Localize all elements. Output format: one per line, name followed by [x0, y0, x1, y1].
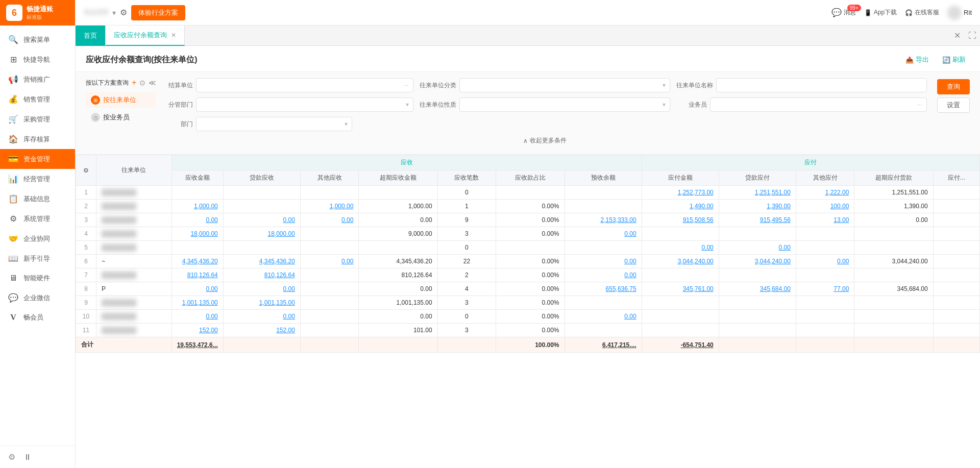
cell-link[interactable]: 1,000.00 [194, 203, 218, 210]
cell-extra [933, 186, 979, 200]
scheme-by-salesperson[interactable]: ◷ 按业务员 [86, 110, 156, 125]
set-btn[interactable]: 设置 [937, 97, 970, 113]
tab-home[interactable]: 首页 [76, 26, 106, 46]
cell-link[interactable]: 0.00 [283, 216, 295, 224]
cell-link[interactable]: 1,390.00 [767, 203, 791, 210]
cell-link[interactable]: 1,222.00 [825, 189, 849, 196]
user-menu[interactable]: Rit [947, 6, 972, 20]
cell-link[interactable]: 345,761.00 [683, 285, 714, 292]
cell-link[interactable]: 0.00 [624, 258, 636, 265]
cell-link[interactable]: 655,636.75 [606, 285, 636, 292]
sidebar-item-sales[interactable]: 💰 销售管理 [0, 89, 75, 109]
sidebar-item-wechat[interactable]: 💬 企业微信 [0, 288, 75, 308]
cell-link[interactable]: 1,251,551.00 [755, 189, 791, 196]
custname-input[interactable] [716, 78, 927, 92]
cell-link[interactable]: 3,044,240.00 [755, 258, 791, 265]
cell-link[interactable]: 4,345,436.20 [259, 258, 295, 265]
cell-link[interactable]: 1,001,135.00 [259, 299, 295, 306]
settlement-input[interactable]: ··· [196, 78, 413, 92]
trial-btn[interactable]: 体验行业方案 [131, 5, 185, 20]
cell-link[interactable]: 1,252,773.00 [678, 189, 714, 196]
cell-link[interactable]: 0.00 [701, 244, 713, 251]
query-btn[interactable]: 查询 [937, 79, 970, 94]
set-scheme-btn[interactable]: ⊙ [139, 79, 145, 87]
cell-link[interactable]: 915,495.56 [760, 216, 791, 224]
cell-link[interactable]: 2,153,333.00 [601, 216, 636, 224]
sidebar-item-label: 新手引导 [23, 254, 50, 263]
sidebar-item-guide[interactable]: 📖 新手引导 [0, 249, 75, 268]
sidebar-item-member[interactable]: V 畅会员 [0, 308, 75, 327]
cell-link[interactable]: 4,345,436.20 [182, 258, 218, 265]
settings-bottom-icon[interactable]: ⚙ [8, 452, 15, 462]
cell-link[interactable]: 0.00 [206, 313, 217, 320]
sidebar-item-quicknav[interactable]: ⊞ 快捷导航 [0, 50, 75, 69]
cell-link[interactable]: 152.00 [276, 327, 295, 334]
tab-close-icon[interactable]: ✕ [171, 32, 176, 39]
sidebar-item-marketing[interactable]: 📢 营销推广 [0, 69, 75, 89]
add-scheme-btn[interactable]: + [132, 78, 136, 87]
sidebar-item-collab[interactable]: 🤝 企业协同 [0, 229, 75, 249]
col-prepaid-balance: 预收余额 [565, 170, 642, 186]
cell-link[interactable]: 1,001,135.00 [182, 299, 218, 306]
cell-link[interactable]: 77.00 [834, 285, 849, 292]
footer-prepaid[interactable]: 6,417,215.... [565, 337, 642, 353]
nature-input[interactable]: ▾ [459, 97, 670, 112]
cell-link[interactable]: 810,126.64 [264, 272, 295, 279]
cell-link[interactable]: 0.00 [283, 285, 295, 292]
message-btn[interactable]: 💬 消息 99+ [831, 8, 856, 17]
cell-link[interactable]: 100.00 [830, 203, 849, 210]
table-settings-icon[interactable]: ⚙ [83, 167, 89, 174]
cell-link[interactable]: 0.00 [206, 285, 217, 292]
dept-input[interactable]: ▾ [196, 97, 413, 112]
sidebar-item-search[interactable]: 🔍 搜索菜单 [0, 30, 75, 50]
subdept-input[interactable]: ▾ [196, 117, 352, 131]
cell-link[interactable]: 0.00 [624, 230, 636, 237]
cell-link[interactable]: 18,000.00 [190, 230, 217, 237]
salesperson-input[interactable]: ··· [710, 97, 927, 112]
sidebar-item-inventory[interactable]: 🏠 库存核算 [0, 129, 75, 149]
close-window-btn[interactable]: ✕ [949, 28, 965, 43]
cell-link[interactable]: 0.00 [837, 258, 849, 265]
breadcrumb-chevron-icon[interactable]: ▾ [112, 9, 116, 17]
settings-gear-icon[interactable]: ⚙ [120, 8, 127, 17]
cell-link[interactable]: 0.00 [341, 216, 353, 224]
cell-link[interactable]: 1,490.00 [690, 203, 714, 210]
cell-link[interactable]: 0.00 [341, 258, 353, 265]
cell-link[interactable]: 0.00 [206, 216, 217, 224]
cell-link[interactable]: 152.00 [199, 327, 218, 334]
sidebar-item-finance[interactable]: 💳 资金管理 [0, 149, 75, 169]
cell-link[interactable]: 915,508.56 [683, 216, 714, 224]
online-service-btn[interactable]: 🎧 在线客服 [905, 8, 939, 17]
cell-link[interactable]: 13.00 [834, 216, 849, 224]
sidebar-item-basic[interactable]: 📋 基础信息 [0, 189, 75, 209]
maximize-window-btn[interactable]: ⛶ [965, 28, 980, 43]
field-custname: 往来单位名称 [676, 78, 927, 92]
cell-link[interactable]: 345,684.00 [760, 285, 791, 292]
collapse-scheme-btn[interactable]: ≪ [149, 79, 156, 87]
app-download-btn[interactable]: 📱 App下载 [864, 8, 897, 17]
sidebar-item-purchase[interactable]: 🛒 采购管理 [0, 109, 75, 129]
footer-receivable-amount[interactable]: 19,553,472,6... [172, 337, 223, 353]
app-download-icon: 📱 [864, 9, 872, 16]
col-settings[interactable]: ⚙ [76, 155, 96, 186]
cell-link[interactable]: 0.00 [779, 244, 791, 251]
collapse-sidebar-btn[interactable]: ⏸ [23, 453, 32, 462]
cell-link[interactable]: 0.00 [624, 313, 636, 320]
cell-link[interactable]: 1,000.00 [330, 203, 354, 210]
cell-link[interactable]: 18,000.00 [267, 230, 295, 237]
sidebar-item-mgmt[interactable]: 📊 经营管理 [0, 169, 75, 189]
refresh-btn[interactable]: 🔄 刷新 [938, 53, 970, 66]
footer-payable-amount[interactable]: -654,751.40 [642, 337, 719, 353]
sidebar-item-system[interactable]: ⚙ 系统管理 [0, 209, 75, 229]
category-input[interactable]: ▾ [459, 78, 670, 92]
cell-link[interactable]: 810,126.64 [187, 272, 218, 279]
cell-link[interactable]: 0.00 [283, 313, 295, 320]
cell-link[interactable]: 0.00 [624, 272, 636, 279]
tab-receivable[interactable]: 应收应付余额查询 ✕ [106, 26, 185, 46]
cell-link[interactable]: 3,044,240.00 [678, 258, 714, 265]
sidebar-item-label: 企业微信 [23, 293, 50, 303]
collapse-more-btn[interactable]: ∧ 收起更多条件 [162, 133, 927, 148]
export-btn[interactable]: 📤 导出 [901, 53, 933, 66]
sidebar-item-hardware[interactable]: 🖥 智能硬件 [0, 268, 75, 288]
scheme-by-customer[interactable]: ⊞ 按往来单位 [86, 92, 156, 108]
